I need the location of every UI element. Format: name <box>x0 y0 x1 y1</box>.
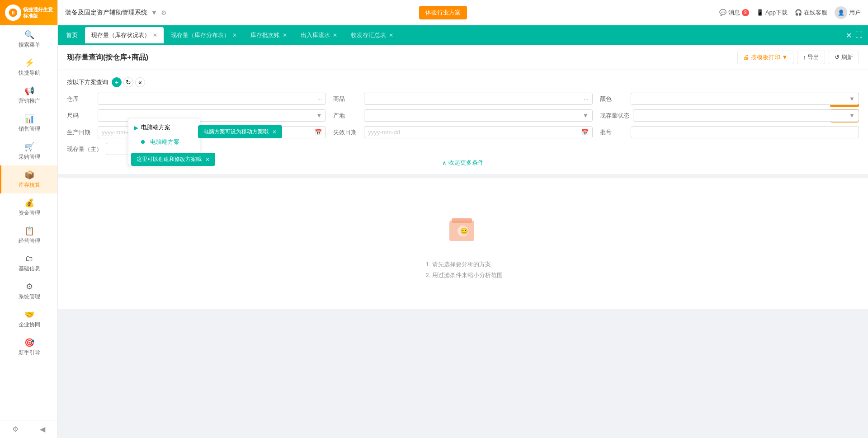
settings-gear-icon[interactable]: ⚙ <box>161 9 167 16</box>
tab-inventory-batch[interactable]: 库存批次账 ✕ <box>244 27 293 43</box>
goods-label: 商品 <box>333 95 360 103</box>
sidebar-logo: 畅捷通好生意 标准版 <box>0 0 57 25</box>
tab-fullscreen-btn[interactable]: ⛶ <box>855 31 863 39</box>
inventory-status-select[interactable]: ▼ <box>633 109 859 122</box>
tab-inventory-status[interactable]: 现存量（库存状况表） ✕ <box>85 27 164 43</box>
expiry-date-input[interactable]: yyyy-mm-dd 📅 <box>364 126 592 138</box>
sidebar-item-enterprise[interactable]: 🤝 企业协同 <box>0 305 57 333</box>
guide-icon: 🎯 <box>24 338 34 348</box>
scheme-dot <box>141 140 145 144</box>
tab-in-out-flow[interactable]: 出入库流水 ✕ <box>294 27 344 43</box>
industry-btn[interactable]: 体验行业方案 <box>419 6 467 19</box>
system-title: 装备及固定资产辅助管理系统 ▼ ⚙ <box>65 9 167 17</box>
inventory-status-dropdown-icon: ▼ <box>849 112 855 119</box>
origin-dropdown-icon: ▼ <box>583 112 589 119</box>
filter-section: 按以下方案查询 + ↻ « 电脑方案可设为移动方案哦 ✕ 这里可以创建和修改方案… <box>58 70 868 174</box>
tab-receive-summary-close[interactable]: ✕ <box>389 32 393 38</box>
add-scheme-btn[interactable]: + <box>112 77 122 87</box>
sidebar-item-search[interactable]: 🔍 搜索菜单 <box>0 25 57 53</box>
batch-input[interactable] <box>631 126 859 138</box>
inventory-amount-label: 现存量（主） <box>67 145 102 153</box>
filter-action-buttons: + ↻ « <box>112 77 145 87</box>
sidebar-item-system[interactable]: ⚙ 系统管理 <box>0 277 57 305</box>
sidebar-item-quick-nav[interactable]: ⚡ 快捷导航 <box>0 53 57 81</box>
sidebar-item-basic[interactable]: 🗂 基础信息 <box>0 250 57 277</box>
user-avatar[interactable]: 👤 用户 <box>835 6 861 19</box>
sidebar-item-guide[interactable]: 🎯 新手引导 <box>0 333 57 361</box>
tab-receive-summary[interactable]: 收发存汇总表 ✕ <box>344 27 400 43</box>
tab-close-all-btn[interactable]: ✕ <box>846 31 852 40</box>
tab-home[interactable]: 首页 <box>60 28 84 42</box>
tab-inventory-batch-close[interactable]: ✕ <box>283 32 287 38</box>
sidebar-item-inventory[interactable]: 📦 库存核算 <box>0 165 57 193</box>
production-date-calendar-icon[interactable]: 📅 <box>315 129 322 136</box>
empty-hint-1: 请先选择要分析的方案 <box>432 260 503 268</box>
sidebar-collapse-btn[interactable]: ◀ <box>40 425 45 433</box>
tab-inventory-distribution-close[interactable]: ✕ <box>232 32 237 38</box>
tab-inventory-distribution[interactable]: 现存量（库存分布表） ✕ <box>165 27 243 43</box>
inventory-status-label: 现存量状态 <box>600 112 629 120</box>
size-label: 尺码 <box>67 112 94 120</box>
sales-icon: 📊 <box>24 114 34 124</box>
top-header: 装备及固定资产辅助管理系统 ▼ ⚙ 体验行业方案 💬 消息 9 📱 App下载 … <box>58 0 868 25</box>
refresh-icon: ↺ <box>835 54 841 61</box>
filter-row-warehouse: 仓库 ··· <box>67 93 326 105</box>
tooltip1-close-btn[interactable]: ✕ <box>272 129 277 135</box>
export-label: 导出 <box>807 54 819 61</box>
message-label: 消息 <box>728 9 740 17</box>
tab-inventory-status-label: 现存量（库存状况表） <box>91 31 150 39</box>
app-download-btn[interactable]: 📱 App下载 <box>756 9 788 17</box>
system-title-dropdown-icon: ▼ <box>151 9 157 16</box>
export-btn[interactable]: ↑ 导出 <box>797 51 825 64</box>
scheme-pc-label: 电脑端方案 <box>141 123 170 132</box>
color-dropdown-icon: ▼ <box>849 95 855 102</box>
print-btn[interactable]: 🖨 按模板打印 ▼ <box>737 51 793 64</box>
tooltip2-close-btn[interactable]: ✕ <box>205 156 210 163</box>
online-support-btn[interactable]: 🎧 在线客服 <box>795 9 827 17</box>
tooltip1-text: 电脑方案可设为移动方案哦 <box>203 128 269 136</box>
sidebar-settings-btn[interactable]: ⚙ <box>12 425 19 433</box>
batch-label: 批号 <box>600 128 627 137</box>
print-label: 按模板打印 <box>751 54 780 61</box>
filter-row-color: 颜色 ▼ <box>600 93 859 105</box>
refresh-btn[interactable]: ↺ 刷新 <box>829 51 859 64</box>
message-btn[interactable]: 💬 消息 9 <box>719 9 749 17</box>
refresh-scheme-btn[interactable]: ↻ <box>123 77 133 87</box>
tab-inventory-distribution-label: 现存量（库存分布表） <box>171 31 230 39</box>
sidebar-item-purchase[interactable]: 🛒 采购管理 <box>0 137 57 165</box>
sidebar-item-marketing[interactable]: 📢 营销推广 <box>0 81 57 109</box>
tooltip2-text: 这里可以创建和修改方案哦 <box>137 155 202 163</box>
enterprise-icon: 🤝 <box>24 310 34 320</box>
empty-state: 😐 请先选择要分析的方案 用过滤条件来缩小分析范围 <box>58 178 868 309</box>
logo-text: 畅捷通好生意 标准版 <box>23 6 53 19</box>
main-area: 装备及固定资产辅助管理系统 ▼ ⚙ 体验行业方案 💬 消息 9 📱 App下载 … <box>58 0 868 438</box>
sidebar: 畅捷通好生意 标准版 🔍 搜索菜单 ⚡ 快捷导航 📢 营销推广 📊 销售管理 🛒… <box>0 0 58 438</box>
origin-select[interactable]: ▼ <box>364 109 592 122</box>
warehouse-select[interactable]: ··· <box>98 93 326 105</box>
expiry-date-calendar-icon[interactable]: 📅 <box>581 129 589 136</box>
scheme-item-pc-sub[interactable]: 电脑端方案 <box>128 135 200 149</box>
inventory-icon: 📦 <box>24 170 34 180</box>
print-dropdown-icon: ▼ <box>782 54 788 61</box>
size-dropdown-icon: ▼ <box>316 112 322 119</box>
sidebar-item-sales[interactable]: 📊 销售管理 <box>0 109 57 137</box>
collapse-more-btn[interactable]: ∧ 收起更多条件 <box>442 159 484 167</box>
tab-inventory-status-close[interactable]: ✕ <box>153 32 157 38</box>
production-date-label: 生产日期 <box>67 128 94 137</box>
collapse-label: 收起更多条件 <box>448 159 484 167</box>
empty-hints: 请先选择要分析的方案 用过滤条件来缩小分析范围 <box>423 260 503 282</box>
scheme-item-pc[interactable]: ▶ 电脑端方案 <box>128 120 200 135</box>
system-icon: ⚙ <box>26 282 33 292</box>
app-download-label: App下载 <box>765 9 788 17</box>
header-right: 💬 消息 9 📱 App下载 🎧 在线客服 👤 用户 <box>719 6 861 19</box>
sidebar-item-operations[interactable]: 📋 经营管理 <box>0 221 57 250</box>
color-select[interactable]: ▼ <box>631 93 859 105</box>
goods-select[interactable]: ··· <box>364 93 592 105</box>
tab-in-out-flow-label: 出入库流水 <box>301 31 330 39</box>
filter-label: 按以下方案查询 <box>67 78 108 86</box>
sidebar-item-finance[interactable]: 💰 资金管理 <box>0 193 57 221</box>
tab-receive-summary-label: 收发存汇总表 <box>351 31 386 39</box>
tab-in-out-flow-close[interactable]: ✕ <box>333 32 337 38</box>
back-scheme-btn[interactable]: « <box>135 77 145 87</box>
support-icon: 🎧 <box>795 9 802 16</box>
